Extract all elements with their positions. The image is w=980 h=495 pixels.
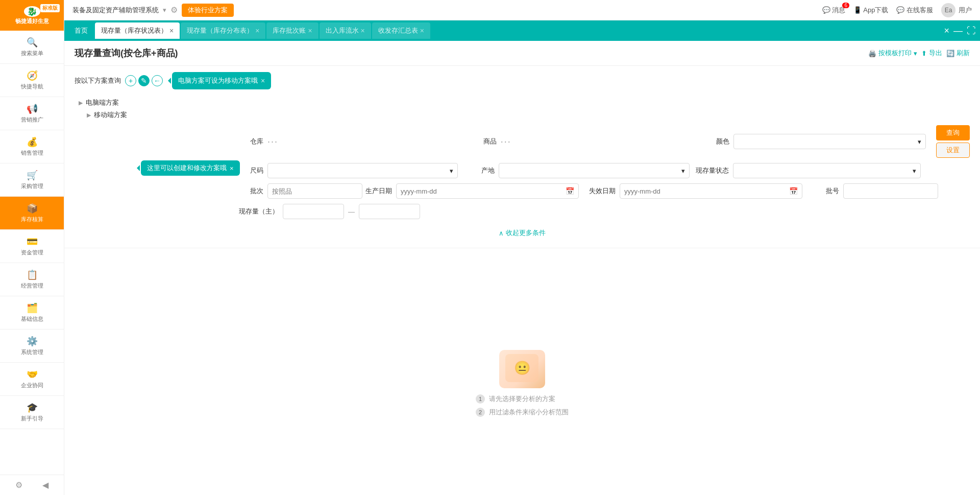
sidebar-item-search[interactable]: 🔍 搜索菜单	[0, 31, 64, 64]
scheme-tooltip: 电脑方案可设为移动方案哦 ×	[172, 72, 271, 89]
expire-date-input[interactable]	[624, 187, 787, 195]
template-dropdown-icon[interactable]: ▾	[914, 50, 917, 57]
search-button[interactable]: 查询	[936, 125, 970, 140]
batch-input[interactable]	[267, 183, 362, 199]
sidebar-label-operation: 经营管理	[21, 282, 43, 290]
tab-inventory-status[interactable]: 现存量（库存状况表） ×	[95, 22, 180, 39]
sidebar-item-system[interactable]: ⚙️ 系统管理	[0, 329, 64, 363]
sidebar-label-newbie: 新手引导	[21, 415, 43, 422]
filter-stock-main: 现存量（主） —	[233, 204, 427, 219]
topbar-settings-icon[interactable]: ⚙	[170, 5, 178, 15]
warehouse-dots[interactable]: ···	[267, 136, 278, 147]
collapse-row[interactable]: ∧ 收起更多条件	[75, 224, 970, 242]
expire-date-start[interactable]: 📅	[620, 183, 802, 199]
tab-collect[interactable]: 收发存汇总表 ×	[372, 22, 430, 39]
page-title: 现存量查询(按仓库+商品)	[75, 47, 178, 59]
export-button[interactable]: ⬆ 导出	[921, 49, 942, 58]
empty-illustration: 😐	[492, 327, 553, 388]
refresh-button[interactable]: 🔄 刷新	[946, 49, 970, 58]
tab-batch-close[interactable]: ×	[308, 27, 312, 35]
operation-icon: 📋	[27, 269, 38, 280]
origin-select[interactable]: ▾	[499, 163, 689, 178]
sidebar-item-operation[interactable]: 📋 经营管理	[0, 263, 64, 296]
empty-tip-1: 1 请先选择要分析的方案	[476, 394, 569, 404]
filter-row-1: 仓库 ··· 商品 ··· 颜色 ▾	[233, 125, 970, 158]
sidebar-item-sales[interactable]: 💰 销售管理	[0, 130, 64, 163]
tab-inout[interactable]: 出入库流水 ×	[320, 22, 371, 39]
edit-scheme-btn[interactable]: ✎	[138, 75, 150, 86]
filter-goods: 商品 ···	[466, 136, 693, 147]
tab-collect-close[interactable]: ×	[420, 27, 424, 35]
topbar-left: 装备及固定资产辅助管理系统 ▾ ⚙ 体验行业方案	[72, 4, 234, 17]
sidebar-label-system: 系统管理	[21, 348, 43, 356]
size-select[interactable]: ▾	[267, 163, 458, 178]
empty-tips: 1 请先选择要分析的方案 2 用过滤条件来缩小分析范围	[476, 394, 569, 417]
color-select[interactable]: ▾	[733, 134, 926, 149]
tab-inout-close[interactable]: ×	[361, 27, 365, 35]
main-area: 装备及固定资产辅助管理系统 ▾ ⚙ 体验行业方案 💬 消息 6 📱 App下载 …	[64, 0, 980, 495]
filter-actions: + ✎ ←	[125, 75, 163, 86]
produce-date-start-input[interactable]	[401, 187, 564, 195]
stock-main-from-input[interactable]	[283, 204, 344, 219]
sidebar-item-basic[interactable]: 🗂️ 基础信息	[0, 296, 64, 329]
template-print-button[interactable]: 🖨️ 按模板打印 ▾	[868, 49, 917, 58]
scheme-tooltip-close[interactable]: ×	[261, 77, 265, 85]
logo-text: 畅捷通好生意	[15, 18, 49, 25]
sidebar-label-purchase: 采购管理	[21, 182, 43, 190]
app-download-btn[interactable]: 📱 App下载	[853, 6, 888, 15]
topbar-dropdown-icon[interactable]: ▾	[163, 6, 166, 14]
sidebar-item-collab[interactable]: 🤝 企业协同	[0, 363, 64, 396]
sidebar-settings-btn[interactable]: ⚙	[15, 480, 22, 490]
produce-date-start[interactable]: 📅	[396, 183, 579, 199]
expand-mobile-icon: ▶	[87, 112, 91, 119]
tab-inventory-dist[interactable]: 现存量（库存分布表） ×	[181, 22, 265, 39]
sidebar-label-finance: 资金管理	[21, 249, 43, 256]
tab-home[interactable]: 首页	[68, 22, 94, 39]
reset-button[interactable]: 设置	[936, 143, 970, 158]
empty-state: 😐 1 请先选择要分析的方案 2 用过滤条件来缩小分析范围	[64, 248, 980, 495]
filter-warehouse: 仓库 ···	[233, 136, 460, 147]
calendar-icon-1[interactable]: 📅	[566, 187, 574, 195]
edit-tooltip-close[interactable]: ×	[230, 164, 234, 172]
sidebar-collapse-btn[interactable]: ◀	[42, 480, 48, 490]
sidebar-item-purchase[interactable]: 🛒 采购管理	[0, 163, 64, 197]
action-buttons: 查询 设置	[936, 125, 970, 158]
filter-row-2: 尺码 ▾ 产地 ▾ 现存量状态	[233, 163, 970, 178]
tab-collect-label: 收发存汇总表	[378, 26, 418, 35]
content-area: 现存量查询(按仓库+商品) 🖨️ 按模板打印 ▾ ⬆ 导出 🔄 刷新	[64, 41, 980, 495]
tab-min-btn[interactable]: —	[953, 26, 963, 36]
scheme-item-pc[interactable]: ▶ 电脑端方案	[75, 97, 970, 109]
tab-inventory-dist-close[interactable]: ×	[255, 27, 259, 35]
calendar-icon-2[interactable]: 📅	[789, 187, 798, 195]
sidebar-item-marketing[interactable]: 📢 营销推广	[0, 97, 64, 130]
stock-status-select[interactable]: ▾	[733, 163, 921, 178]
origin-label: 产地	[464, 166, 495, 175]
trial-button[interactable]: 体验行业方案	[182, 4, 234, 17]
tip-num-1: 1	[476, 394, 485, 404]
tip-text-1: 请先选择要分析的方案	[489, 394, 555, 404]
template-print-icon: 🖨️	[868, 50, 876, 57]
tab-inventory-status-close[interactable]: ×	[169, 27, 174, 35]
user-label[interactable]: 用户	[959, 6, 972, 15]
back-scheme-btn[interactable]: ←	[152, 75, 163, 86]
support-btn[interactable]: 💬 在线客服	[896, 6, 933, 15]
size-dropdown-icon: ▾	[450, 167, 453, 175]
tab-close-all-btn[interactable]: ×	[944, 26, 949, 36]
scheme-item-mobile[interactable]: ▶ 移动端方案	[75, 109, 970, 121]
tab-max-btn[interactable]: ⛶	[967, 26, 976, 36]
sidebar-item-finance[interactable]: 💳 资金管理	[0, 230, 64, 263]
goods-dots[interactable]: ···	[501, 136, 511, 147]
filter-color: 颜色 ▾	[699, 134, 926, 149]
tab-batch[interactable]: 库存批次账 ×	[266, 22, 318, 39]
page-actions: 🖨️ 按模板打印 ▾ ⬆ 导出 🔄 刷新	[868, 49, 970, 58]
batch-no-input[interactable]	[843, 183, 938, 199]
sidebar-item-inventory[interactable]: 📦 库存核算	[0, 197, 64, 230]
edit-tooltip: 这里可以创建和修改方案哦 ×	[141, 160, 240, 176]
filter-size: 尺码 ▾	[233, 163, 458, 178]
sidebar-item-newbie[interactable]: 🎓 新手引导	[0, 396, 64, 429]
stock-main-to-input[interactable]	[359, 204, 420, 219]
message-btn[interactable]: 💬 消息 6	[822, 6, 846, 15]
collapse-icon: ∧	[499, 229, 504, 237]
add-scheme-btn[interactable]: +	[125, 75, 136, 86]
sidebar-item-guide[interactable]: 🧭 快捷导航	[0, 64, 64, 97]
